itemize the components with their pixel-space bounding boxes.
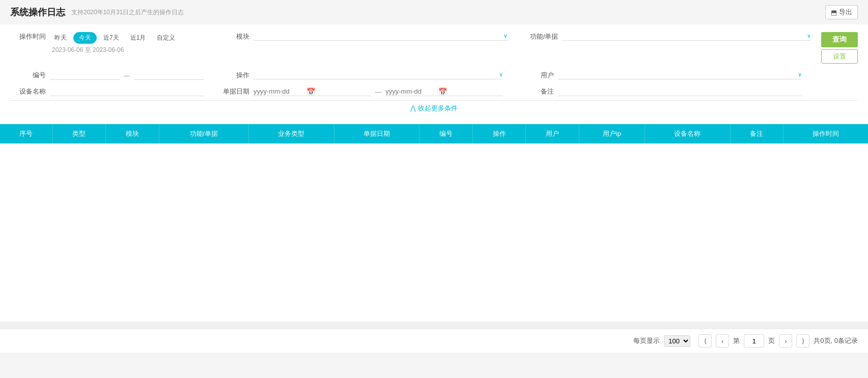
calendar-to-icon[interactable]: 📅 xyxy=(438,88,447,96)
export-icon: ⬒ xyxy=(831,9,837,16)
table-wrap: 序号 类型 模块 功能/单据 业务类型 单据日期 编号 操作 用户 用户ip 设… xyxy=(0,124,868,322)
col-operation-time: 操作时间 xyxy=(783,124,868,143)
number-input-to[interactable] xyxy=(134,71,204,78)
collapse-icon: ⋀ xyxy=(410,104,416,112)
data-table: 序号 类型 模块 功能/单据 业务类型 单据日期 编号 操作 用户 用户ip 设… xyxy=(0,124,868,143)
feature-label: 功能/单据 xyxy=(518,32,558,41)
module-arrow-icon: ∨ xyxy=(503,33,508,39)
voucher-date-label: 单据日期 xyxy=(214,87,249,96)
page-label: 第 xyxy=(733,336,740,345)
empty-area xyxy=(0,143,868,322)
number-input-from[interactable] xyxy=(50,71,120,78)
pagination-bar: 每页显示 100 50 200 ⟨ ‹ 第 页 › ⟩ 共0页, 0条记录 xyxy=(0,329,868,353)
page-unit: 页 xyxy=(768,336,775,345)
col-module: 模块 xyxy=(106,124,159,143)
operation-label: 操作 xyxy=(214,71,249,80)
number-dash: — xyxy=(124,72,130,79)
operation-select[interactable]: ∨ xyxy=(254,71,503,79)
date-to-wrap: 📅 xyxy=(385,88,502,96)
date-dash: — xyxy=(375,88,381,96)
col-voucher-date: 单据日期 xyxy=(334,124,419,143)
date-to-input[interactable] xyxy=(385,88,436,95)
feature-arrow-icon: ∨ xyxy=(807,33,811,39)
filter-area: 操作时间 昨天 今天 近7天 近1月 自定义 2023-06-06 至 2023… xyxy=(0,24,868,124)
number-input-from-wrap xyxy=(50,71,120,80)
remark-label: 备注 xyxy=(513,87,554,96)
module-select[interactable]: ∨ xyxy=(254,33,508,41)
col-user-ip: 用户ip xyxy=(579,124,645,143)
col-user: 用户 xyxy=(526,124,579,143)
per-page-label: 每页显示 xyxy=(633,336,660,345)
export-button[interactable]: ⬒ 导出 xyxy=(825,5,858,19)
number-label: 编号 xyxy=(10,71,46,80)
remark-input[interactable] xyxy=(558,87,802,95)
page-size-select[interactable]: 100 50 200 xyxy=(664,335,690,347)
device-input[interactable] xyxy=(50,87,204,95)
user-arrow-icon: ∨ xyxy=(798,71,802,78)
col-type: 类型 xyxy=(52,124,105,143)
page-header: 系统操作日志 支持2020年10月31日之后产生的操作日志 ⬒ 导出 xyxy=(0,0,868,24)
number-input-to-wrap xyxy=(134,71,204,80)
calendar-from-icon[interactable]: 📅 xyxy=(306,88,315,96)
time-buttons: 昨天 今天 近7天 近1月 自定义 xyxy=(50,32,180,44)
query-button[interactable]: 查询 xyxy=(821,32,858,47)
table-header-row: 序号 类型 模块 功能/单据 业务类型 单据日期 编号 操作 用户 用户ip 设… xyxy=(0,124,868,143)
col-biz-type: 业务类型 xyxy=(249,124,334,143)
col-number: 编号 xyxy=(419,124,472,143)
date-from-wrap: 📅 xyxy=(254,88,371,96)
time-btn-today[interactable]: 今天 xyxy=(73,32,97,44)
page-title: 系统操作日志 xyxy=(10,6,65,18)
collapse-label: 收起更多条件 xyxy=(418,104,458,112)
user-select[interactable]: ∨ xyxy=(558,71,802,79)
prev-page-button[interactable]: ‹ xyxy=(716,334,729,347)
next-page-button[interactable]: › xyxy=(779,334,792,347)
col-operation: 操作 xyxy=(472,124,525,143)
last-page-button[interactable]: ⟩ xyxy=(796,334,809,347)
time-btn-7days[interactable]: 近7天 xyxy=(99,32,124,44)
time-label: 操作时间 xyxy=(10,32,46,41)
first-page-button[interactable]: ⟨ xyxy=(698,334,712,347)
page-subtitle: 支持2020年10月31日之后产生的操作日志 xyxy=(71,8,184,17)
title-area: 系统操作日志 支持2020年10月31日之后产生的操作日志 xyxy=(10,6,184,18)
time-btn-custom[interactable]: 自定义 xyxy=(152,32,180,44)
scrollbar-area[interactable] xyxy=(0,322,868,329)
collapse-bar[interactable]: ⋀ 收起更多条件 xyxy=(10,100,858,116)
action-buttons: 查询 设置 xyxy=(821,32,858,64)
col-index: 序号 xyxy=(0,124,52,143)
time-range: 2023-06-06 至 2023-06-06 xyxy=(52,46,180,54)
time-btn-1month[interactable]: 近1月 xyxy=(126,32,151,44)
time-btn-yesterday[interactable]: 昨天 xyxy=(50,32,71,44)
module-label: 模块 xyxy=(214,32,249,41)
operation-arrow-icon: ∨ xyxy=(499,71,503,78)
date-from-input[interactable] xyxy=(254,88,304,95)
current-page-input[interactable] xyxy=(744,334,764,347)
total-info: 共0页, 0条记录 xyxy=(814,336,858,345)
user-label: 用户 xyxy=(513,71,554,80)
col-device: 设备名称 xyxy=(645,124,730,143)
setting-button[interactable]: 设置 xyxy=(821,49,858,64)
col-remark: 备注 xyxy=(730,124,783,143)
feature-select[interactable]: ∨ xyxy=(563,33,811,41)
col-feature: 功能/单据 xyxy=(159,124,248,143)
device-label: 设备名称 xyxy=(10,87,46,96)
